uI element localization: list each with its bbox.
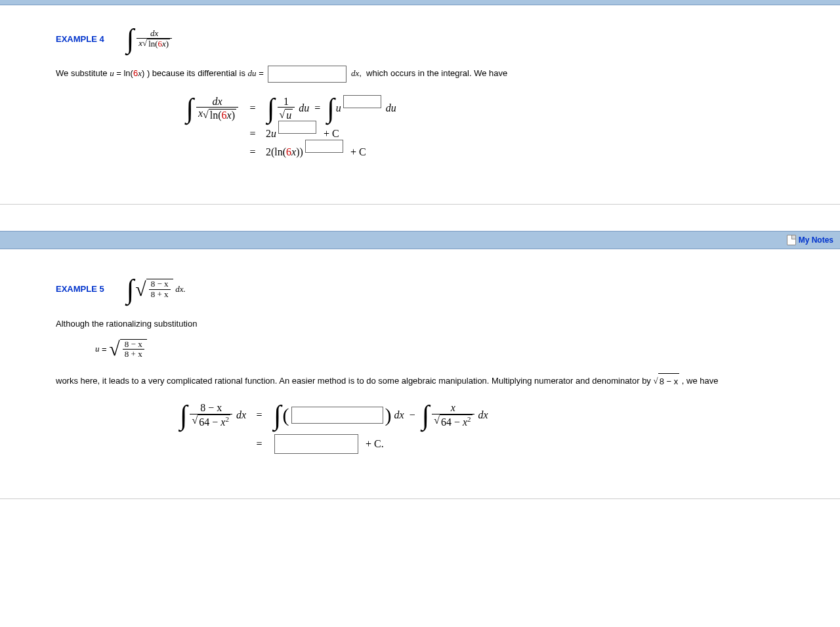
text: works here, it leads to a very complicat… <box>56 376 653 386</box>
example5-para2: works here, it leads to a very complicat… <box>56 373 784 390</box>
integral-symbol-icon: ∫ <box>422 401 430 429</box>
example4-section: EXAMPLE 4 ∫ dx x√ln(6x) We substitute u … <box>0 5 840 205</box>
example5-section: EXAMPLE 5 ∫ √ 8 − x 8 + x dx. Although t… <box>0 249 840 499</box>
text-plus-c: + C <box>350 146 366 158</box>
top-bar <box>0 0 840 5</box>
text: , we have <box>682 376 719 386</box>
example4-paragraph: We substitute u = ln(6x) ) because its d… <box>56 66 784 83</box>
text-plus-c: + C <box>324 128 339 140</box>
input-integrand-1[interactable] <box>291 407 383 424</box>
input-exp-1[interactable] <box>343 95 381 108</box>
input-du-coeff[interactable] <box>268 66 346 83</box>
text-plus-c: + C. <box>366 438 384 450</box>
integral-symbol-icon: ∫ <box>274 401 282 429</box>
input-exp-3[interactable] <box>305 140 343 153</box>
example5-u-sub: u = √ 8 − x 8 + x <box>95 338 147 360</box>
integral-symbol-icon: ∫ <box>186 94 194 122</box>
integral-symbol-icon: ∫ <box>180 401 188 429</box>
example4-steps: ∫ dx x√ln(6x) = ∫ 1 √u du = ∫ u <box>121 94 784 159</box>
example5-integral: ∫ √ 8 − x 8 + x dx. <box>125 275 186 303</box>
example5-steps: ∫ 8 − x √64 − x2 dx = ∫ ( ) dx − ∫ <box>108 401 784 454</box>
integral-symbol-icon: ∫ <box>327 94 335 122</box>
text: We substitute <box>56 68 110 78</box>
my-notes-link[interactable]: My Notes <box>787 235 833 245</box>
text: ) because its differential is <box>147 68 248 78</box>
example5-para1: Although the rationalizing substitution <box>56 316 784 331</box>
note-icon <box>787 235 796 245</box>
input-result[interactable] <box>274 434 358 454</box>
example5-label: EXAMPLE 5 <box>56 284 104 294</box>
my-notes-label: My Notes <box>799 235 833 245</box>
input-exp-2[interactable] <box>278 121 316 134</box>
notes-bar: My Notes <box>0 231 840 249</box>
example4-integral: ∫ dx x√ln(6x) <box>125 25 174 52</box>
integral-symbol-icon: ∫ <box>267 94 275 122</box>
integral-symbol-icon: ∫ <box>127 275 135 303</box>
integral-symbol-icon: ∫ <box>127 25 135 52</box>
example4-label: EXAMPLE 4 <box>56 34 104 44</box>
